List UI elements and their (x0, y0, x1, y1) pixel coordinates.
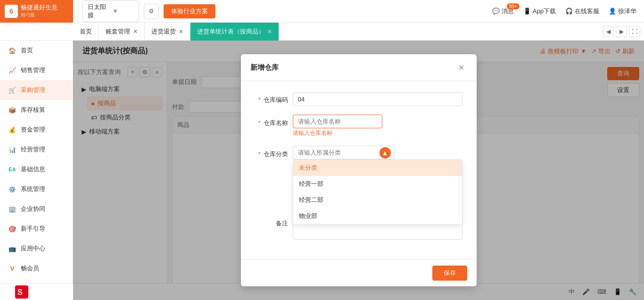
top-bar: 6 畅捷通好生意 精巧版 日太阳膜 ▼ ⚙ 体验行业方案 💬 消息 99+ 📱 … (0, 0, 644, 23)
tab-scroll-left[interactable]: ◀ (603, 26, 614, 37)
home-icon: 🏠 (8, 46, 17, 55)
code-input[interactable] (293, 92, 462, 106)
headphone-icon: 🎧 (565, 8, 573, 15)
form-row-name: * 仓库名称 请输入仓库名称 (255, 115, 462, 137)
finance-icon: 💰 (8, 125, 17, 134)
name-input[interactable] (293, 115, 382, 128)
sidebar-item-purchase[interactable]: 🛒 采购管理 (0, 80, 73, 100)
basic-icon: EA (8, 165, 17, 174)
sidebar-item-enterprise[interactable]: 🏢 企业协同 (0, 199, 73, 219)
code-label: * 仓库编码 (255, 92, 293, 104)
purchase-icon: 🛒 (8, 85, 17, 95)
tab-fullscreen[interactable]: ⛶ (629, 26, 640, 37)
modal-header: 新增仓库 ✕ (241, 54, 477, 81)
sidebar-item-sales[interactable]: 📈 销售管理 (0, 60, 73, 80)
logo-text: 畅捷通好生意 精巧版 (21, 4, 58, 18)
category-label: * 仓库分类 (255, 147, 293, 158)
main-layout: 🏠 首页 📈 销售管理 🛒 采购管理 📦 库存核算 💰 资金管理 📊 经营管理 … (0, 41, 644, 300)
sidebar-item-apps[interactable]: 📺 应用中心 (0, 239, 73, 258)
tab-close-stats[interactable]: ✕ (267, 28, 272, 35)
sidebar-item-basic[interactable]: EA 基础信息 (0, 159, 73, 179)
logo-icon: 6 (5, 5, 18, 18)
category-toggle-button[interactable]: ▲ (380, 147, 391, 158)
tab-close-account[interactable]: ✕ (133, 28, 138, 35)
modal-title: 新增仓库 (250, 63, 279, 72)
modal-footer: 保存 (241, 259, 477, 286)
member-icon: V (8, 264, 17, 273)
category-field-wrapper: ▲ (293, 146, 395, 159)
content-area: 进货单统计(按商品) 🖨 按模板打印 ▼ ↗ 导出 ↺ 刷新 (73, 41, 644, 300)
sidebar-item-operation[interactable]: 📊 经营管理 (0, 140, 73, 159)
category-dropdown: 未分类 经营一部 经营二部 物业部 (293, 159, 462, 225)
modal-body: * 仓库编码 * 仓库名称 (241, 81, 477, 259)
stock-icon: 📦 (8, 105, 17, 115)
tab-account[interactable]: 账套管理 ✕ (99, 23, 145, 41)
remark-label: 备注 (255, 216, 293, 228)
new-warehouse-modal: 新增仓库 ✕ * 仓库编码 (241, 54, 477, 286)
messages-button[interactable]: 💬 消息 99+ (492, 7, 514, 16)
sidebar-item-member[interactable]: V 畅会员 (0, 258, 73, 278)
trial-button[interactable]: 体验行业方案 (164, 4, 215, 18)
sidebar-item-stock[interactable]: 📦 库存核算 (0, 100, 73, 120)
enterprise-icon: 🏢 (8, 204, 17, 214)
apps-icon: 📺 (8, 244, 17, 253)
form-row-category: * 仓库分类 ▲ 未分类 经营一部 经营二部 (255, 146, 462, 159)
brand-logo-icon: S (15, 285, 28, 299)
save-button[interactable]: 保存 (432, 266, 467, 281)
modal-close-button[interactable]: ✕ (456, 62, 467, 73)
sidebar-item-home[interactable]: 🏠 首页 (0, 41, 73, 60)
dropdown-item-dept2[interactable]: 经营二部 (293, 192, 462, 208)
top-right-area: 💬 消息 99+ 📱 App下载 🎧 在线客服 👤 徐泽华 (492, 7, 636, 16)
sidebar-item-system[interactable]: ⚙️ 系统管理 (0, 179, 73, 199)
chevron-down-icon: ▼ (112, 8, 134, 15)
name-label: * 仓库名称 (255, 116, 293, 127)
store-selector[interactable]: 日太阳膜 ▼ (83, 0, 139, 22)
name-error-message: 请输入仓库名称 (293, 129, 332, 137)
phone-icon: 📱 (523, 8, 531, 15)
form-row-code: * 仓库编码 (255, 92, 462, 106)
tab-bar: 首页 账套管理 ✕ 进货退货 ✕ 进货单统计表（按商品） ✕ ◀ ▶ ⛶ (0, 23, 644, 41)
system-icon: ⚙️ (8, 184, 17, 194)
avatar: 👤 (609, 8, 616, 15)
message-badge: 99+ (507, 3, 520, 9)
sales-icon: 📈 (8, 66, 17, 75)
sidebar-item-guide[interactable]: 🎯 新手引导 (0, 219, 73, 239)
sidebar-item-finance[interactable]: 💰 资金管理 (0, 120, 73, 140)
sidebar: 🏠 首页 📈 销售管理 🛒 采购管理 📦 库存核算 💰 资金管理 📊 经营管理 … (0, 41, 73, 300)
svg-text:S: S (17, 288, 23, 296)
dropdown-item-unclassified[interactable]: 未分类 (293, 160, 462, 176)
app-download-button[interactable]: 📱 App下载 (523, 7, 556, 16)
tab-purchase-return[interactable]: 进货退货 ✕ (145, 23, 190, 41)
tab-controls: ◀ ▶ ⛶ (603, 26, 644, 37)
user-profile[interactable]: 👤 徐泽华 (609, 7, 636, 16)
dropdown-item-property[interactable]: 物业部 (293, 208, 462, 224)
guide-icon: 🎯 (8, 224, 17, 233)
tab-scroll-right[interactable]: ▶ (616, 26, 627, 37)
logo: 6 畅捷通好生意 精巧版 (0, 0, 73, 23)
customer-service-button[interactable]: 🎧 在线客服 (565, 7, 599, 16)
message-icon: 💬 (492, 8, 500, 15)
tab-close-return[interactable]: ✕ (179, 28, 183, 35)
operation-icon: 📊 (8, 145, 17, 154)
dropdown-item-dept1[interactable]: 经营一部 (293, 176, 462, 192)
settings-button[interactable]: ⚙ (144, 4, 159, 19)
tab-home[interactable]: 首页 (73, 23, 99, 41)
modal-overlay: 新增仓库 ✕ * 仓库编码 (73, 41, 644, 300)
tab-purchase-stats[interactable]: 进货单统计表（按商品） ✕ (190, 23, 279, 41)
